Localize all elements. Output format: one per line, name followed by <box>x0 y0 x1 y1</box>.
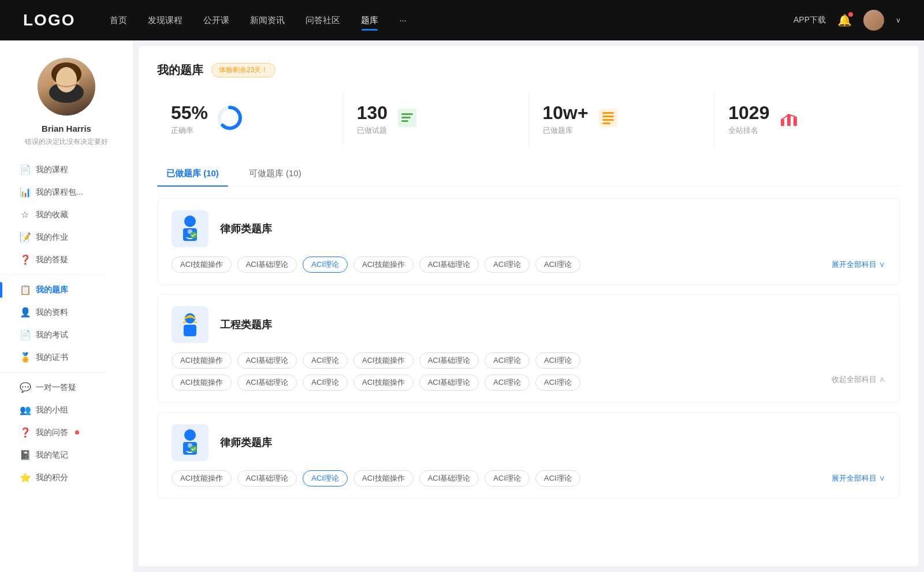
collapse-engineer[interactable]: 收起全部科目 ∧ <box>832 374 885 391</box>
stat-ranking-info: 1029 全站排名 <box>728 103 769 136</box>
sidebar-item-group[interactable]: 👥 我的小组 <box>0 399 133 421</box>
sidebar-item-coursepack[interactable]: 📊 我的课程包... <box>0 181 133 203</box>
tag-lawyer2-3[interactable]: ACI技能操作 <box>353 470 413 486</box>
chevron-down-icon[interactable]: ∨ <box>896 16 901 24</box>
app-download-link[interactable]: APP下载 <box>793 15 826 25</box>
sidebar-item-cert[interactable]: 🏅 我的证书 <box>0 346 133 369</box>
sidebar-item-homework[interactable]: 📝 我的作业 <box>0 226 133 248</box>
myqa-dot <box>75 430 79 434</box>
tab-available-banks[interactable]: 可做题库 (10) <box>240 164 311 186</box>
group-icon: 👥 <box>20 404 30 415</box>
svg-rect-11 <box>602 112 614 114</box>
main-layout: Brian Harris 错误的决定比没有决定要好 📄 我的课程 📊 我的课程包… <box>0 40 924 572</box>
sidebar-item-points[interactable]: ⭐ 我的积分 <box>0 466 133 489</box>
expand-lawyer1[interactable]: 展开全部科目 ∨ <box>832 259 885 270</box>
sidebar-item-1on1[interactable]: 💬 一对一答疑 <box>0 376 133 399</box>
myqa-icon: ❓ <box>20 427 30 438</box>
nav-qa[interactable]: 问答社区 <box>305 13 340 28</box>
bank-card-engineer-tags-row2: ACI技能操作 ACI基础理论 ACI理论 ACI技能操作 ACI基础理论 AC… <box>172 374 885 391</box>
tag-lawyer1-4[interactable]: ACI基础理论 <box>419 257 479 273</box>
sidebar-item-myqa[interactable]: ❓ 我的问答 <box>0 421 133 444</box>
exam-icon: 📄 <box>20 329 30 340</box>
sidebar-item-profile[interactable]: 👤 我的资料 <box>0 301 133 324</box>
sidebar-item-exam[interactable]: 📄 我的考试 <box>0 324 133 346</box>
lawyer-icon <box>172 210 208 247</box>
nav-home[interactable]: 首页 <box>110 13 127 28</box>
stat-accuracy-value: 55% <box>171 103 208 122</box>
svg-rect-7 <box>401 113 413 115</box>
sidebar-item-favorites[interactable]: ☆ 我的收藏 <box>0 203 133 226</box>
bank-card-lawyer-2-tags: ACI技能操作 ACI基础理论 ACI理论 ACI技能操作 ACI基础理论 AC… <box>172 470 885 486</box>
expand-lawyer2[interactable]: 展开全部科目 ∨ <box>832 473 885 484</box>
profile-icon: 👤 <box>20 307 30 318</box>
course-icon: 📄 <box>20 164 30 175</box>
tag-lawyer2-6[interactable]: ACI理论 <box>535 470 580 486</box>
tag-eng-r2-3[interactable]: ACI技能操作 <box>353 374 413 391</box>
svg-rect-14 <box>602 122 610 124</box>
logo[interactable]: LOGO <box>23 11 75 29</box>
sidebar-label-homework: 我的作业 <box>36 232 68 243</box>
tag-lawyer1-6[interactable]: ACI理论 <box>535 257 580 273</box>
user-avatar-nav[interactable] <box>863 10 884 31</box>
tabs-row: 已做题库 (10) 可做题库 (10) <box>157 164 900 187</box>
tag-eng-2[interactable]: ACI理论 <box>303 352 348 369</box>
sidebar-item-course[interactable]: 📄 我的课程 <box>0 158 133 181</box>
tag-eng-r2-2[interactable]: ACI理论 <box>303 374 348 391</box>
bank-card-lawyer-1: 律师类题库 ACI技能操作 ACI基础理论 ACI理论 ACI技能操作 ACI基… <box>157 198 900 285</box>
svg-rect-16 <box>787 114 791 126</box>
tag-eng-r2-4[interactable]: ACI基础理论 <box>419 374 479 391</box>
tag-lawyer2-0[interactable]: ACI技能操作 <box>172 470 232 486</box>
tag-lawyer2-4[interactable]: ACI基础理论 <box>419 470 479 486</box>
tag-eng-3[interactable]: ACI技能操作 <box>353 352 413 369</box>
notification-bell[interactable]: 🔔 <box>837 13 852 27</box>
bank-card-engineer: 工程类题库 ACI技能操作 ACI基础理论 ACI理论 ACI技能操作 ACI基… <box>157 294 900 403</box>
tag-eng-r2-0[interactable]: ACI技能操作 <box>172 374 232 391</box>
sidebar-label-bank: 我的题库 <box>36 285 68 295</box>
sidebar-divider-1 <box>0 274 106 275</box>
navbar-right: APP下载 🔔 ∨ <box>793 10 901 31</box>
user-motto: 错误的决定比没有决定要好 <box>25 137 108 147</box>
avatar-nav-image <box>863 10 884 31</box>
tag-eng-5[interactable]: ACI理论 <box>485 352 530 369</box>
tag-lawyer1-0[interactable]: ACI技能操作 <box>172 257 232 273</box>
tag-eng-r2-1[interactable]: ACI基础理论 <box>237 374 297 391</box>
nav-bank[interactable]: 题库 <box>361 13 378 28</box>
tag-eng-r2-5[interactable]: ACI理论 <box>485 374 530 391</box>
sidebar-label-group: 我的小组 <box>36 405 68 415</box>
tag-lawyer2-1[interactable]: ACI基础理论 <box>237 470 297 486</box>
sidebar-label-exam: 我的考试 <box>36 330 68 340</box>
tag-eng-4[interactable]: ACI基础理论 <box>419 352 479 369</box>
tag-eng-r2-6[interactable]: ACI理论 <box>535 374 580 391</box>
bank-card-lawyer-1-title: 律师类题库 <box>220 222 272 236</box>
nav-more[interactable]: ··· <box>399 13 407 28</box>
sidebar-label-coursepack: 我的课程包... <box>36 187 83 198</box>
tag-lawyer1-2[interactable]: ACI理论 <box>303 257 348 273</box>
tag-lawyer1-1[interactable]: ACI基础理论 <box>237 257 297 273</box>
tag-lawyer1-5[interactable]: ACI理论 <box>485 257 530 273</box>
sidebar-item-qa[interactable]: ❓ 我的答疑 <box>0 248 133 271</box>
sidebar-item-notes[interactable]: 📓 我的笔记 <box>0 444 133 466</box>
svg-rect-13 <box>602 119 614 121</box>
stat-done-questions-value: 130 <box>357 103 388 122</box>
tag-eng-1[interactable]: ACI基础理论 <box>237 352 297 369</box>
svg-rect-10 <box>599 109 617 127</box>
stats-row: 55% 正确率 130 已做试题 <box>157 92 900 147</box>
sidebar-label-qa: 我的答疑 <box>36 255 68 265</box>
stat-accuracy-icon <box>217 105 243 135</box>
stat-accuracy-label: 正确率 <box>171 125 208 136</box>
stat-done-questions-icon <box>397 107 418 132</box>
nav-open-course[interactable]: 公开课 <box>203 13 229 28</box>
tag-lawyer2-2[interactable]: ACI理论 <box>303 470 348 486</box>
sidebar-item-bank[interactable]: 📋 我的题库 <box>0 278 133 301</box>
tag-eng-0[interactable]: ACI技能操作 <box>172 352 232 369</box>
stat-done-questions: 130 已做试题 <box>343 92 529 147</box>
tag-eng-6[interactable]: ACI理论 <box>535 352 580 369</box>
nav-news[interactable]: 新闻资讯 <box>250 13 285 28</box>
main-content: 我的题库 体验剩余23天！ 55% 正确率 130 <box>139 46 918 566</box>
nav-discover[interactable]: 发现课程 <box>148 13 182 28</box>
tag-lawyer2-5[interactable]: ACI理论 <box>485 470 530 486</box>
tag-lawyer1-3[interactable]: ACI技能操作 <box>353 257 413 273</box>
bank-card-lawyer-2: 律师类题库 ACI技能操作 ACI基础理论 ACI理论 ACI技能操作 ACI基… <box>157 412 900 499</box>
navbar: LOGO 首页 发现课程 公开课 新闻资讯 问答社区 题库 ··· APP下载 … <box>0 0 924 40</box>
tab-done-banks[interactable]: 已做题库 (10) <box>157 164 228 186</box>
